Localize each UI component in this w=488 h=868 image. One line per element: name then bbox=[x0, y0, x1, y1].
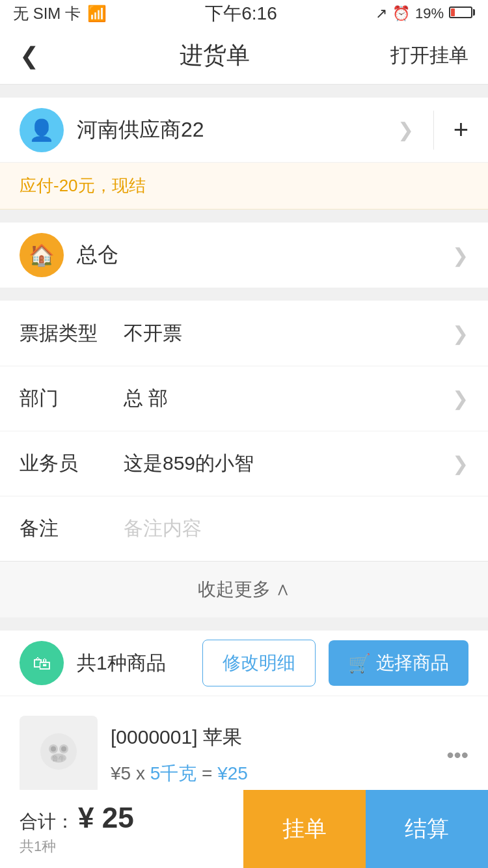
warehouse-name: 总仓 bbox=[77, 241, 452, 269]
department-label: 部门 bbox=[20, 385, 111, 412]
status-time: 下午6:16 bbox=[205, 1, 277, 26]
product-header: 🛍 共1种商品 修改明细 🛒 选择商品 bbox=[0, 631, 488, 696]
form-card: 票据类型 不开票 ❯ 部门 总 部 ❯ 业务员 这是859的小智 ❯ 备注 备注… bbox=[0, 301, 488, 617]
supplier-info: 👤 河南供应商22 bbox=[20, 108, 398, 152]
add-supplier-button[interactable]: + bbox=[454, 115, 468, 144]
product-info: [0000001] 苹果 ¥5 x 5千克 = ¥25 bbox=[111, 724, 433, 786]
warehouse-card: 🏠 总仓 ❯ bbox=[0, 223, 488, 288]
bag-icon: 🛍 bbox=[33, 653, 51, 674]
supplier-chevron-icon: ❯ bbox=[398, 118, 414, 141]
product-quantity: 5千克 bbox=[150, 763, 197, 783]
total-amount: ¥ 25 bbox=[78, 802, 134, 834]
hang-button[interactable]: 挂单 bbox=[243, 790, 366, 868]
avatar-icon: 👤 bbox=[29, 118, 55, 142]
battery-label: 19% bbox=[415, 5, 444, 22]
gap-1 bbox=[0, 85, 488, 98]
product-price: ¥5 x bbox=[111, 763, 150, 783]
edit-detail-button[interactable]: 修改明细 bbox=[202, 640, 316, 686]
collapse-label: 收起更多 ∧ bbox=[198, 579, 291, 599]
department-row[interactable]: 部门 总 部 ❯ bbox=[0, 366, 488, 431]
supplier-row[interactable]: 👤 河南供应商22 ❯ + bbox=[0, 98, 488, 163]
salesperson-label: 业务员 bbox=[20, 450, 111, 477]
product-more-button[interactable]: ••• bbox=[446, 743, 468, 767]
product-price-row: ¥5 x 5千克 = ¥25 bbox=[111, 761, 433, 786]
supplier-card: 👤 河南供应商22 ❯ + 应付-20元，现结 bbox=[0, 98, 488, 210]
status-bar: 无 SIM 卡 📶 下午6:16 ↗ ⏰ 19% bbox=[0, 0, 488, 27]
gap-2 bbox=[0, 210, 488, 223]
alert-text: 应付-20元，现结 bbox=[20, 176, 146, 195]
svg-point-4 bbox=[61, 746, 66, 752]
remark-label: 备注 bbox=[20, 515, 111, 542]
total-sub: 共1种 bbox=[20, 837, 224, 856]
svg-text:鲁牛: 鲁牛 bbox=[52, 755, 65, 762]
supplier-name: 河南供应商22 bbox=[77, 116, 204, 144]
product-thumbnail: 鲁牛 bbox=[20, 716, 98, 794]
wifi-icon: 📶 bbox=[87, 5, 107, 23]
total-section: 合计： ¥ 25 共1种 bbox=[0, 802, 243, 856]
product-title: 苹果 bbox=[203, 726, 242, 748]
gap-3 bbox=[0, 288, 488, 301]
total-label: 合计： bbox=[20, 809, 74, 834]
warehouse-icon: 🏠 bbox=[20, 233, 64, 277]
svg-point-0 bbox=[40, 733, 77, 770]
alert-bar: 应付-20元，现结 bbox=[0, 163, 488, 210]
alarm-icon: ⏰ bbox=[392, 5, 410, 22]
open-hang-button[interactable]: 打开挂单 bbox=[390, 42, 468, 69]
back-button[interactable]: ❮ bbox=[20, 42, 39, 70]
invoice-type-value: 不开票 bbox=[111, 320, 452, 347]
supplier-avatar: 👤 bbox=[20, 108, 64, 152]
collapse-row[interactable]: 收起更多 ∧ bbox=[0, 561, 488, 617]
product-thumb-icon: 鲁牛 bbox=[39, 732, 78, 778]
product-equals: = bbox=[202, 763, 217, 783]
nav-bar: ❮ 进货单 打开挂单 bbox=[0, 27, 488, 85]
svg-point-3 bbox=[51, 746, 56, 752]
salesperson-value: 这是859的小智 bbox=[111, 450, 452, 477]
settle-button[interactable]: 结算 bbox=[366, 790, 488, 868]
warehouse-chevron-icon: ❯ bbox=[452, 244, 468, 267]
select-product-button[interactable]: 🛒 选择商品 bbox=[329, 640, 468, 686]
department-value: 总 部 bbox=[111, 385, 452, 412]
product-icon: 🛍 bbox=[20, 641, 64, 685]
bottom-bar: 合计： ¥ 25 共1种 挂单 结算 bbox=[0, 790, 488, 868]
product-total: ¥25 bbox=[217, 763, 248, 783]
department-chevron-icon: ❯ bbox=[452, 387, 468, 410]
page-title: 进货单 bbox=[180, 40, 250, 72]
product-code: [0000001] bbox=[111, 726, 203, 748]
warehouse-row[interactable]: 🏠 总仓 ❯ bbox=[0, 223, 488, 288]
salesperson-row[interactable]: 业务员 这是859的小智 ❯ bbox=[0, 431, 488, 496]
battery-icon bbox=[449, 5, 475, 22]
remark-input[interactable]: 备注内容 bbox=[111, 515, 468, 542]
salesperson-chevron-icon: ❯ bbox=[452, 452, 468, 475]
cart-icon: 🛒 bbox=[348, 653, 371, 674]
divider bbox=[433, 111, 434, 150]
status-right: ↗ ⏰ 19% bbox=[375, 5, 475, 22]
status-left: 无 SIM 卡 📶 bbox=[13, 3, 107, 24]
invoice-type-label: 票据类型 bbox=[20, 320, 111, 347]
invoice-type-chevron-icon: ❯ bbox=[452, 322, 468, 345]
gap-4 bbox=[0, 617, 488, 631]
product-count: 共1种商品 bbox=[77, 650, 189, 677]
product-name: [0000001] 苹果 bbox=[111, 724, 433, 751]
select-product-label: 选择商品 bbox=[376, 651, 449, 675]
remark-row[interactable]: 备注 备注内容 bbox=[0, 496, 488, 561]
sim-label: 无 SIM 卡 bbox=[13, 3, 81, 24]
invoice-type-row[interactable]: 票据类型 不开票 ❯ bbox=[0, 301, 488, 366]
location-icon: ↗ bbox=[375, 5, 387, 22]
warehouse-symbol: 🏠 bbox=[29, 243, 55, 267]
